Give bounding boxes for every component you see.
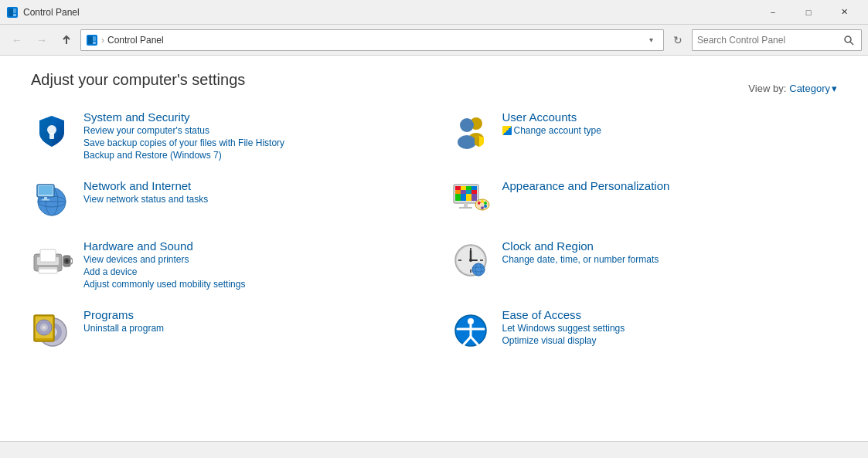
appearance-icon bbox=[450, 179, 492, 221]
svg-line-9 bbox=[850, 42, 853, 45]
svg-rect-34 bbox=[455, 194, 461, 201]
title-bar-left: Control Panel bbox=[6, 6, 80, 19]
svg-rect-27 bbox=[461, 186, 466, 190]
main-content: Adjust your computer's settings View by:… bbox=[0, 56, 868, 441]
svg-point-64 bbox=[472, 263, 485, 276]
system-security-link-3[interactable]: Backup and Restore (Windows 7) bbox=[83, 150, 284, 161]
hardware-sound-link-1[interactable]: View devices and printers bbox=[83, 254, 245, 265]
svg-point-42 bbox=[481, 200, 484, 203]
app-icon bbox=[6, 6, 19, 19]
ease-of-access-title[interactable]: Ease of Access bbox=[502, 308, 625, 321]
svg-rect-3 bbox=[13, 14, 16, 16]
category-user-accounts: User Accounts Change account type bbox=[450, 107, 838, 164]
network-internet-icon bbox=[31, 179, 73, 221]
user-accounts-link-1[interactable]: Change account type bbox=[502, 125, 601, 136]
up-button[interactable] bbox=[56, 29, 77, 51]
address-text: Control Panel bbox=[107, 35, 640, 46]
svg-point-8 bbox=[845, 36, 851, 42]
back-button[interactable]: ← bbox=[6, 29, 28, 51]
svg-rect-33 bbox=[471, 190, 477, 194]
system-security-title[interactable]: System and Security bbox=[83, 110, 284, 124]
svg-point-54 bbox=[66, 260, 69, 263]
category-appearance: Appearance and Personalization bbox=[450, 176, 838, 224]
system-security-content: System and Security Review your computer… bbox=[83, 110, 284, 161]
svg-rect-37 bbox=[471, 194, 477, 201]
user-accounts-title[interactable]: User Accounts bbox=[502, 110, 601, 124]
svg-rect-29 bbox=[471, 186, 477, 190]
category-hardware-sound: Hardware and Sound View devices and prin… bbox=[31, 236, 419, 293]
nav-bar: ← → › Control Panel ▾ ↻ bbox=[0, 25, 868, 56]
svg-point-44 bbox=[484, 205, 487, 208]
hardware-sound-link-3[interactable]: Adjust commonly used mobility settings bbox=[83, 279, 245, 290]
hardware-sound-link-2[interactable]: Add a device bbox=[83, 266, 245, 277]
category-system-security: System and Security Review your computer… bbox=[31, 107, 419, 164]
view-by-arrow: ▾ bbox=[832, 83, 837, 94]
svg-rect-7 bbox=[93, 42, 96, 44]
ease-of-access-link-1[interactable]: Let Windows suggest settings bbox=[502, 323, 625, 334]
system-security-link-1[interactable]: Review your computer's status bbox=[83, 125, 284, 136]
status-bar bbox=[0, 441, 868, 458]
user-accounts-icon bbox=[450, 110, 492, 152]
svg-rect-2 bbox=[13, 8, 16, 13]
network-internet-title[interactable]: Network and Internet bbox=[83, 179, 208, 192]
ease-of-access-icon bbox=[450, 308, 492, 350]
svg-rect-50 bbox=[40, 249, 56, 262]
clock-region-icon bbox=[450, 239, 492, 281]
svg-rect-30 bbox=[455, 190, 461, 194]
svg-point-15 bbox=[458, 135, 476, 149]
svg-rect-31 bbox=[461, 190, 466, 194]
category-ease-of-access: Ease of Access Let Windows suggest setti… bbox=[450, 305, 838, 353]
clock-region-title[interactable]: Clock and Region bbox=[502, 239, 659, 253]
close-button[interactable]: ✕ bbox=[826, 0, 862, 25]
svg-rect-1 bbox=[9, 8, 13, 16]
window-title: Control Panel bbox=[23, 7, 80, 18]
forward-button[interactable]: → bbox=[31, 29, 53, 51]
svg-rect-38 bbox=[464, 203, 468, 207]
svg-point-46 bbox=[479, 203, 483, 207]
view-by-dropdown[interactable]: Category ▾ bbox=[789, 83, 837, 94]
categories-grid: System and Security Review your computer… bbox=[31, 107, 837, 353]
shield-badge-icon bbox=[502, 126, 512, 135]
hardware-sound-title[interactable]: Hardware and Sound bbox=[83, 239, 245, 253]
svg-rect-51 bbox=[39, 269, 57, 273]
svg-rect-22 bbox=[44, 197, 47, 199]
up-icon bbox=[61, 35, 72, 46]
category-network-internet: Network and Internet View network status… bbox=[31, 176, 419, 224]
svg-rect-35 bbox=[461, 194, 466, 201]
system-security-link-2[interactable]: Save backup copies of your files with Fi… bbox=[83, 137, 284, 148]
address-icon bbox=[86, 34, 98, 46]
search-bar[interactable] bbox=[692, 29, 862, 51]
ease-of-access-link-2[interactable]: Optimize visual display bbox=[502, 335, 625, 346]
svg-point-43 bbox=[484, 202, 487, 205]
view-by-label: View by: bbox=[748, 83, 786, 94]
minimize-button[interactable]: − bbox=[755, 0, 791, 25]
search-button[interactable] bbox=[841, 32, 856, 48]
programs-title[interactable]: Programs bbox=[83, 308, 164, 321]
svg-rect-23 bbox=[42, 199, 49, 201]
title-bar: Control Panel − □ ✕ bbox=[0, 0, 868, 25]
svg-point-63 bbox=[469, 259, 472, 262]
address-dropdown-button[interactable]: ▾ bbox=[643, 30, 659, 50]
svg-point-14 bbox=[460, 118, 474, 132]
network-internet-link-1[interactable]: View network status and tasks bbox=[83, 194, 208, 205]
hardware-sound-icon bbox=[31, 239, 73, 281]
system-security-icon bbox=[31, 110, 73, 152]
appearance-title[interactable]: Appearance and Personalization bbox=[502, 179, 670, 192]
category-programs: Programs Uninstall a program bbox=[31, 305, 419, 353]
title-bar-controls: − □ ✕ bbox=[755, 0, 862, 25]
svg-rect-26 bbox=[455, 186, 461, 190]
view-by-value-text: Category bbox=[789, 83, 830, 94]
programs-link-1[interactable]: Uninstall a program bbox=[83, 323, 164, 334]
clock-region-link-1[interactable]: Change date, time, or number formats bbox=[502, 254, 659, 265]
svg-rect-28 bbox=[466, 186, 471, 190]
svg-rect-11 bbox=[49, 133, 54, 139]
svg-rect-5 bbox=[88, 36, 93, 44]
svg-point-75 bbox=[43, 326, 46, 329]
category-clock-region: Clock and Region Change date, time, or n… bbox=[450, 236, 838, 293]
search-input[interactable] bbox=[697, 35, 838, 46]
appearance-content: Appearance and Personalization bbox=[502, 179, 670, 192]
address-bar[interactable]: › Control Panel ▾ bbox=[80, 29, 664, 51]
maximize-button[interactable]: □ bbox=[791, 0, 826, 25]
refresh-button[interactable]: ↻ bbox=[667, 29, 689, 51]
page-heading: Adjust your computer's settings bbox=[31, 71, 837, 89]
